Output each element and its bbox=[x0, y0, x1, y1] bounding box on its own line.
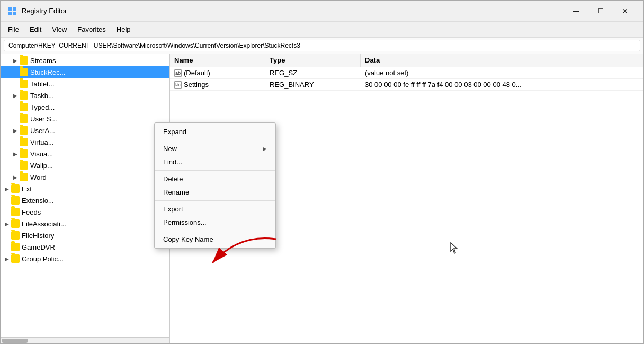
tree-item-grouppolicy[interactable]: ▶ Group Polic... bbox=[1, 253, 169, 264]
tree-label-tablet: Tablet... bbox=[30, 80, 55, 88]
col-header-type[interactable]: Type bbox=[265, 54, 361, 67]
tree-item-filehistory[interactable]: ▶ FileHistory bbox=[1, 230, 169, 241]
table-row-default[interactable]: ab (Default) REG_SZ (value not set) bbox=[170, 67, 643, 79]
cell-name-settings: bin Settings bbox=[170, 81, 265, 89]
maximize-button[interactable]: ☐ bbox=[588, 3, 613, 20]
window-title: Registry Editor bbox=[22, 7, 564, 15]
tree-item-users[interactable]: ▶ User S... bbox=[1, 113, 169, 125]
reg-icon-default: ab bbox=[174, 69, 182, 77]
title-bar: Registry Editor — ☐ ✕ bbox=[1, 1, 643, 22]
tree-label-users: User S... bbox=[30, 115, 57, 123]
tree-item-gamedvr[interactable]: ▶ GameDVR bbox=[1, 241, 169, 253]
tree-label-feeds: Feeds bbox=[22, 208, 41, 216]
cell-type-settings: REG_BINARY bbox=[265, 81, 361, 89]
tree-label-streams: Streams bbox=[30, 57, 56, 65]
folder-icon-stuckrects bbox=[20, 68, 28, 76]
tree-label-taskbar: Taskb... bbox=[30, 92, 54, 100]
context-menu: Expand New ▶ Find... Delete Rename Expor… bbox=[154, 122, 276, 249]
ctx-submenu-arrow: ▶ bbox=[263, 146, 267, 152]
registry-editor-window: Registry Editor — ☐ ✕ File Edit View Fav… bbox=[0, 0, 644, 344]
folder-icon-gamedvr bbox=[11, 243, 20, 251]
tree-item-word[interactable]: ▶ Word bbox=[1, 171, 169, 183]
folder-icon-wallpaper bbox=[20, 161, 28, 170]
folder-icon-word bbox=[20, 173, 28, 181]
tree-label-fileassoc: FileAssociati... bbox=[22, 220, 66, 228]
folder-icon-ext bbox=[11, 184, 20, 193]
menu-help[interactable]: Help bbox=[111, 23, 136, 36]
tree-item-visual[interactable]: ▶ Visua... bbox=[1, 148, 169, 160]
svg-rect-0 bbox=[8, 7, 12, 11]
ctx-item-rename[interactable]: Rename bbox=[155, 186, 275, 199]
expand-icon-ext: ▶ bbox=[3, 184, 11, 193]
ctx-item-expand[interactable]: Expand bbox=[155, 125, 275, 138]
expand-icon-streams: ▶ bbox=[11, 56, 20, 65]
table-row-settings[interactable]: bin Settings REG_BINARY 30 00 00 00 fe f… bbox=[170, 79, 643, 91]
expand-icon-fileassoc: ▶ bbox=[3, 219, 11, 228]
tree-item-stuckrects[interactable]: ▶ StuckRec... bbox=[1, 66, 169, 78]
ctx-item-delete[interactable]: Delete bbox=[155, 172, 275, 186]
svg-rect-1 bbox=[13, 7, 16, 11]
tree-item-feeds[interactable]: ▶ Feeds bbox=[1, 206, 169, 218]
tree-label-userassist: UserA... bbox=[30, 127, 55, 135]
tree-label-visual: Visua... bbox=[30, 150, 53, 158]
tree-label-grouppolicy: Group Polic... bbox=[22, 255, 64, 263]
expand-icon-taskbar: ▶ bbox=[11, 91, 20, 100]
folder-icon-streams bbox=[20, 56, 28, 65]
tree-item-fileassoc[interactable]: ▶ FileAssociati... bbox=[1, 218, 169, 230]
ctx-item-find[interactable]: Find... bbox=[155, 155, 275, 169]
app-icon bbox=[7, 6, 17, 16]
minimize-button[interactable]: — bbox=[564, 3, 588, 20]
close-button[interactable]: ✕ bbox=[613, 3, 637, 20]
ctx-separator-4 bbox=[155, 231, 275, 231]
tree-scrollbar-h[interactable] bbox=[1, 337, 169, 343]
ctx-item-export[interactable]: Export bbox=[155, 202, 275, 216]
expand-icon-userassist: ▶ bbox=[11, 126, 20, 135]
svg-rect-3 bbox=[13, 12, 16, 15]
tree-item-ext[interactable]: ▶ Ext bbox=[1, 183, 169, 195]
tree-label-extensions: Extensio... bbox=[22, 197, 54, 205]
folder-icon-feeds bbox=[11, 208, 20, 216]
tree-item-userassist[interactable]: ▶ UserA... bbox=[1, 125, 169, 136]
menu-file[interactable]: File bbox=[3, 23, 24, 36]
svg-rect-2 bbox=[8, 12, 12, 15]
tree-item-typed[interactable]: ▶ Typed... bbox=[1, 101, 169, 113]
tree-item-wallpaper[interactable]: ▶ Wallp... bbox=[1, 160, 169, 171]
ctx-separator-3 bbox=[155, 200, 275, 201]
tree-label-stuckrects: StuckRec... bbox=[30, 68, 65, 76]
menu-bar: File Edit View Favorites Help bbox=[1, 22, 643, 38]
folder-icon-typed bbox=[20, 103, 28, 111]
tree-item-tablet[interactable]: ▶ Tablet... bbox=[1, 78, 169, 90]
main-content: ▶ Streams ▶ StuckRec... ▶ Tablet... bbox=[1, 54, 643, 343]
window-controls: — ☐ ✕ bbox=[564, 3, 637, 20]
tree-scrollbar-thumb bbox=[2, 339, 28, 343]
cell-name-default: ab (Default) bbox=[170, 69, 265, 77]
col-header-name[interactable]: Name bbox=[170, 54, 265, 67]
folder-icon-extensions bbox=[11, 196, 20, 205]
expand-icon-word: ▶ bbox=[11, 173, 20, 181]
folder-icon-users bbox=[20, 114, 28, 123]
tree-item-virtual[interactable]: ▶ Virtua... bbox=[1, 136, 169, 148]
expand-icon-grouppolicy: ▶ bbox=[3, 254, 11, 263]
ctx-item-permissions[interactable]: Permissions... bbox=[155, 216, 275, 229]
folder-icon-fileassoc bbox=[11, 219, 20, 228]
folder-icon-virtual bbox=[20, 138, 28, 146]
cell-data-settings: 30 00 00 00 fe ff ff ff 7a f4 00 00 03 0… bbox=[361, 81, 643, 89]
ctx-item-new[interactable]: New ▶ bbox=[155, 142, 275, 155]
tree-label-ext: Ext bbox=[22, 185, 32, 193]
tree-label-virtual: Virtua... bbox=[30, 138, 54, 146]
col-header-data[interactable]: Data bbox=[361, 54, 643, 67]
tree-item-streams[interactable]: ▶ Streams bbox=[1, 55, 169, 66]
ctx-separator-2 bbox=[155, 170, 275, 171]
folder-icon-tablet bbox=[20, 80, 28, 88]
tree-items: ▶ Streams ▶ StuckRec... ▶ Tablet... bbox=[1, 54, 169, 266]
tree-item-taskbar[interactable]: ▶ Taskb... bbox=[1, 90, 169, 101]
menu-favorites[interactable]: Favorites bbox=[72, 23, 111, 36]
ctx-item-copy-key-name[interactable]: Copy Key Name bbox=[155, 233, 275, 246]
tree-label-filehistory: FileHistory bbox=[22, 232, 54, 240]
folder-icon-grouppolicy bbox=[11, 254, 20, 263]
menu-view[interactable]: View bbox=[47, 23, 72, 36]
menu-edit[interactable]: Edit bbox=[24, 23, 47, 36]
ctx-separator-1 bbox=[155, 140, 275, 140]
address-bar[interactable]: Computer\HKEY_CURRENT_USER\Software\Micr… bbox=[4, 40, 640, 51]
tree-item-extensions[interactable]: ▶ Extensio... bbox=[1, 195, 169, 206]
